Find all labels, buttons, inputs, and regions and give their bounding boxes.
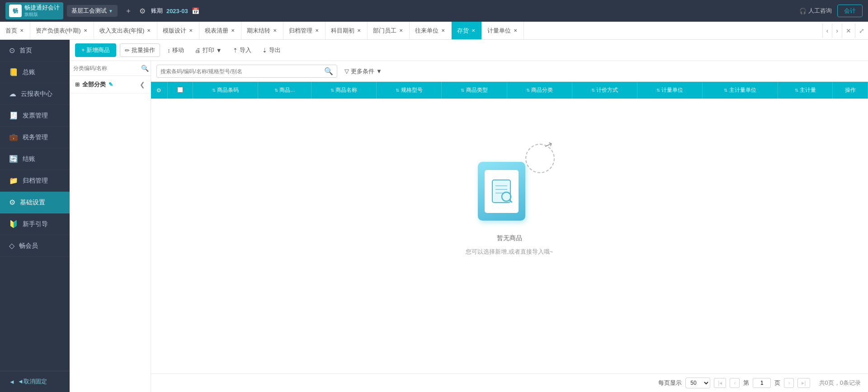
sidebar-unpin-button[interactable]: ◄ ◄取消固定 <box>0 371 70 392</box>
per-page-select[interactable]: 50 10 20 100 <box>685 378 710 388</box>
close-tab-balance-icon[interactable]: ✕ <box>83 28 88 33</box>
print-icon: 🖨 <box>195 47 201 54</box>
th-name[interactable]: ⇅ 商品名称 <box>311 82 377 99</box>
sidebar-item-ledger[interactable]: 📒 总账 <box>0 61 70 83</box>
empty-state-row: ↗ 暂无商品 您可以选择新增,或者直接导入哦~ <box>151 99 868 292</box>
print-button[interactable]: 🖨 打印 ▼ <box>191 44 226 57</box>
close-tab-initial-icon[interactable]: ✕ <box>356 28 362 33</box>
th-category[interactable]: ⇅ 商品分类 <box>507 82 572 99</box>
sidebar-member-label: 畅会员 <box>19 242 38 250</box>
sidebar-guide-label: 新手引导 <box>23 220 48 228</box>
tab-dept[interactable]: 部门员工 ✕ <box>368 22 410 40</box>
product-table-body: ↗ 暂无商品 您可以选择新增,或者直接导入哦~ <box>151 99 868 292</box>
svg-rect-0 <box>492 180 510 203</box>
th-spec-label: 规格型号 <box>401 87 423 93</box>
tab-home[interactable]: 首页 ✕ <box>0 22 30 40</box>
th-settings[interactable]: ⚙ <box>151 82 167 99</box>
th-spec[interactable]: ⇅ 规格型号 <box>377 82 442 99</box>
sidebar-item-reports[interactable]: ☁ 云报表中心 <box>0 83 70 105</box>
th-main-unit[interactable]: ⇅ 主计量单位 <box>703 82 778 99</box>
sidebar-item-home[interactable]: ⊙ 首页 <box>0 40 70 61</box>
close-tab-home-icon[interactable]: ✕ <box>19 28 24 33</box>
tab-income[interactable]: 收入支出表(年报) ✕ <box>94 22 158 40</box>
add-tab-button[interactable]: ＋ <box>123 5 134 18</box>
company-selector[interactable]: 基层工会测试 ▼ <box>67 5 118 17</box>
prev-page-button[interactable]: ‹ <box>730 378 740 388</box>
close-tab-partner-icon[interactable]: ✕ <box>440 28 446 33</box>
close-tab-income-icon[interactable]: ✕ <box>146 28 151 33</box>
category-all-header[interactable]: ⊞ 全部分类 ✎ ❮ <box>70 76 151 94</box>
tab-partner[interactable]: 往来单位 ✕ <box>410 22 452 40</box>
tab-initial[interactable]: 科目期初 ✕ <box>326 22 368 40</box>
account-button[interactable]: 会计 <box>837 5 863 17</box>
first-page-button[interactable]: |◂ <box>714 378 726 388</box>
tab-balance-label: 资产负债表(中期) <box>36 27 81 35</box>
tab-scroll-left-button[interactable]: ‹ <box>822 24 832 38</box>
left-panel-collapse-button[interactable]: ❮ <box>140 81 145 88</box>
tab-taxclear-label: 税表清册 <box>205 27 228 35</box>
guide-icon: 🔰 <box>9 220 18 228</box>
move-button[interactable]: ↕ 移动 <box>164 44 188 57</box>
close-tab-taxclear-icon[interactable]: ✕ <box>230 28 236 33</box>
close-tab-dept-icon[interactable]: ✕ <box>398 28 404 33</box>
last-page-button[interactable]: ▸| <box>797 378 810 388</box>
th-price-method[interactable]: ⇅ 计价方式 <box>572 82 637 99</box>
category-search-button[interactable]: 🔍 <box>141 65 149 72</box>
sidebar-item-member[interactable]: ◇ 畅会员 <box>0 235 70 257</box>
total-label: 共0页，0条记录 <box>819 379 861 387</box>
tab-close-all-button[interactable]: ✕ <box>842 24 855 38</box>
add-product-button[interactable]: + 新增商品 <box>75 43 116 57</box>
th-checkbox[interactable] <box>167 82 193 99</box>
close-tab-period-icon[interactable]: ✕ <box>272 28 278 33</box>
th-barcode[interactable]: ⇅ 商品条码 <box>193 82 258 99</box>
select-all-checkbox[interactable] <box>177 87 183 93</box>
th-unit[interactable]: ⇅ 计量单位 <box>637 82 702 99</box>
support-button[interactable]: 🎧 人工咨询 <box>799 7 832 15</box>
tab-balance[interactable]: 资产负债表(中期) ✕ <box>30 22 94 40</box>
category-edit-icon[interactable]: ✎ <box>108 81 113 88</box>
more-filter-button[interactable]: ▽ 更多条件 ▼ <box>341 66 386 77</box>
sidebar-item-archive[interactable]: 📁 归档管理 <box>0 170 70 192</box>
main-layout: ⊙ 首页 📒 总账 ☁ 云报表中心 🧾 发票管理 💼 税务管理 🔄 结账 📁 归… <box>0 40 868 392</box>
export-button[interactable]: ⇣ 导出 <box>259 44 284 57</box>
close-tab-inventory-icon[interactable]: ✕ <box>471 28 476 33</box>
batch-icon: ✏ <box>125 47 130 54</box>
tab-inventory-label: 存货 <box>457 27 469 35</box>
th-code[interactable]: ⇅ 商品... <box>258 82 311 99</box>
settle-icon: 🔄 <box>9 155 18 163</box>
search-icon: 🔍 <box>324 67 333 76</box>
th-type[interactable]: ⇅ 商品类型 <box>442 82 507 99</box>
period-label: 账期 <box>151 7 163 15</box>
th-action: 操作 <box>833 82 868 99</box>
batch-operation-button[interactable]: ✏ 批量操作 <box>120 43 160 57</box>
tab-archive[interactable]: 归档管理 ✕ <box>283 22 326 40</box>
close-tab-unit-icon[interactable]: ✕ <box>513 28 518 33</box>
page-number-input[interactable] <box>753 378 771 388</box>
tab-template[interactable]: 模版设计 ✕ <box>157 22 199 40</box>
tab-inventory[interactable]: 存货 ✕ <box>452 22 482 40</box>
sidebar-item-guide[interactable]: 🔰 新手引导 <box>0 213 70 235</box>
th-main-count[interactable]: ⇅ 主计量 <box>778 82 833 99</box>
product-search-input[interactable] <box>160 68 324 75</box>
archive-icon: 📁 <box>9 176 18 185</box>
sidebar-item-invoice[interactable]: 🧾 发票管理 <box>0 105 70 127</box>
calendar-icon[interactable]: 📅 <box>192 7 199 14</box>
tab-unit[interactable]: 计量单位 ✕ <box>482 22 524 40</box>
import-button[interactable]: ⇡ 导入 <box>229 44 255 57</box>
tab-expand-button[interactable]: ⤢ <box>855 24 868 38</box>
pagination-bar: 每页显示 50 10 20 100 |◂ ‹ 第 页 › ▸| 共0页，0条记录 <box>151 373 868 392</box>
tab-period-label: 期末结转 <box>247 27 270 35</box>
next-page-button[interactable]: › <box>784 378 794 388</box>
sidebar-item-settle[interactable]: 🔄 结账 <box>0 148 70 170</box>
close-tab-archive-icon[interactable]: ✕ <box>314 28 320 33</box>
sidebar-item-tax[interactable]: 💼 税务管理 <box>0 127 70 148</box>
close-tab-template-icon[interactable]: ✕ <box>188 28 193 33</box>
product-search-box: 🔍 <box>156 65 337 78</box>
tab-taxclear[interactable]: 税表清册 ✕ <box>199 22 241 40</box>
page-unit: 页 <box>774 379 780 387</box>
category-search-input[interactable] <box>73 65 141 71</box>
settings-icon-button[interactable]: ⚙ <box>137 5 147 17</box>
sidebar-item-basic[interactable]: ⚙ 基础设置 <box>0 192 70 213</box>
tab-scroll-right-button[interactable]: › <box>832 24 842 38</box>
tab-period[interactable]: 期末结转 ✕ <box>241 22 283 40</box>
